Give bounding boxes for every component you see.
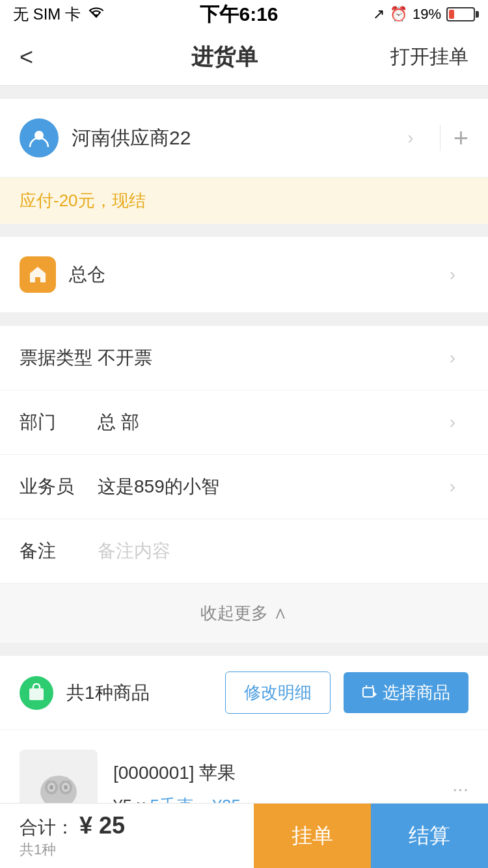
- products-icon: [20, 676, 53, 710]
- supplier-notice: 应付-20元，现结: [0, 178, 488, 224]
- warehouse-chevron-icon: ›: [450, 264, 455, 285]
- main-content: 河南供应商22 › + 应付-20元，现结 总仓 › 票据类型 不开票 › 部门…: [0, 86, 488, 868]
- bottom-bar: 合计： ¥ 25 共1种 挂单 结算: [0, 803, 488, 868]
- supplier-row[interactable]: 河南供应商22 › +: [0, 99, 488, 178]
- vertical-divider: [440, 125, 441, 151]
- invoice-row[interactable]: 票据类型 不开票 ›: [0, 326, 488, 390]
- warehouse-name: 总仓: [69, 262, 450, 287]
- product-more-button[interactable]: ···: [452, 778, 468, 800]
- svg-point-10: [64, 785, 68, 790]
- supplier-name: 河南供应商22: [72, 125, 407, 152]
- warehouse-row[interactable]: 总仓 ›: [0, 237, 488, 313]
- svg-rect-3: [363, 688, 373, 697]
- total-label: 合计：: [20, 815, 74, 840]
- gps-icon: ↗: [373, 6, 385, 23]
- warehouse-icon: [20, 256, 56, 293]
- status-bar: 无 SIM 卡 下午6:16 ↗ ⏰ 19%: [0, 0, 488, 29]
- total-count: 共1种: [20, 840, 234, 860]
- products-header: 共1种商品 修改明细 选择商品: [0, 656, 488, 730]
- wifi-icon: [87, 5, 105, 23]
- add-supplier-button[interactable]: +: [454, 124, 468, 153]
- department-chevron-icon: ›: [450, 412, 455, 433]
- gap-3: [0, 313, 488, 326]
- carrier-label: 无 SIM 卡: [13, 4, 81, 25]
- svg-point-9: [49, 785, 53, 790]
- salesperson-label: 业务员: [20, 474, 98, 499]
- remark-label: 备注: [20, 539, 98, 563]
- battery-label: 19%: [413, 6, 441, 23]
- invoice-chevron-icon: ›: [450, 347, 455, 368]
- department-value: 总 部: [98, 410, 450, 435]
- nav-bar: < 进货单 打开挂单: [0, 29, 488, 86]
- status-right: ↗ ⏰ 19%: [373, 6, 475, 23]
- supplier-chevron-icon: ›: [407, 128, 413, 148]
- battery-icon: [446, 7, 475, 21]
- salesperson-row[interactable]: 业务员 这是859的小智 ›: [0, 455, 488, 519]
- svg-rect-2: [29, 688, 44, 700]
- collapse-row[interactable]: 收起更多 ∧: [0, 584, 488, 643]
- checkout-button[interactable]: 结算: [371, 804, 488, 868]
- invoice-value: 不开票: [98, 346, 450, 370]
- product-code: [0000001]: [113, 763, 195, 783]
- open-hang-button[interactable]: 打开挂单: [390, 44, 468, 70]
- products-count: 共1种商品: [66, 681, 212, 705]
- product-name: [0000001] 苹果: [113, 761, 437, 785]
- total-amount: ¥ 25: [79, 812, 125, 839]
- hang-button[interactable]: 挂单: [254, 804, 371, 868]
- product-title: 苹果: [199, 763, 236, 783]
- select-product-label: 选择商品: [383, 681, 450, 704]
- select-product-button[interactable]: 选择商品: [344, 672, 468, 713]
- gap-4: [0, 643, 488, 656]
- department-row[interactable]: 部门 总 部 ›: [0, 390, 488, 455]
- salesperson-value: 这是859的小智: [98, 474, 450, 499]
- alarm-icon: ⏰: [390, 6, 407, 23]
- gap-1: [0, 86, 488, 99]
- invoice-label: 票据类型: [20, 346, 98, 370]
- remark-input[interactable]: 备注内容: [98, 539, 468, 563]
- back-button[interactable]: <: [20, 44, 59, 71]
- total-section: 合计： ¥ 25 共1种: [0, 804, 254, 868]
- edit-detail-button[interactable]: 修改明细: [225, 671, 331, 714]
- supplier-section: 河南供应商22 › + 应付-20元，现结: [0, 99, 488, 224]
- status-time: 下午6:16: [200, 1, 278, 28]
- remark-row[interactable]: 备注 备注内容: [0, 519, 488, 584]
- status-left: 无 SIM 卡: [13, 4, 105, 25]
- supplier-avatar: [20, 118, 59, 157]
- svg-rect-1: [35, 277, 40, 282]
- salesperson-chevron-icon: ›: [450, 476, 455, 497]
- gap-2: [0, 224, 488, 237]
- page-title: 进货单: [191, 42, 258, 72]
- total-row: 合计： ¥ 25: [20, 812, 234, 840]
- department-label: 部门: [20, 410, 98, 435]
